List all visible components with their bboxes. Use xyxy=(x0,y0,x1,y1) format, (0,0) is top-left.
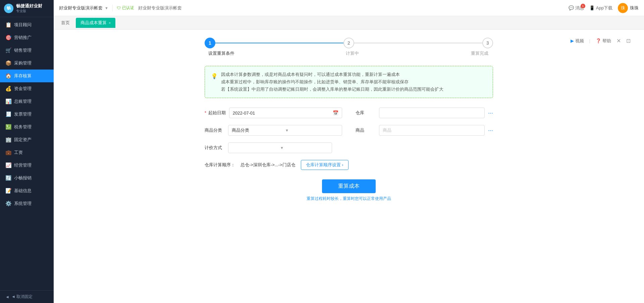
help-button[interactable]: ❓ 帮助 xyxy=(596,38,611,44)
sidebar-label-operation: 经营管理 xyxy=(14,162,32,168)
sidebar-item-operation[interactable]: 📈 经营管理 xyxy=(0,159,54,172)
sidebar-icon-accounting: 📊 xyxy=(5,98,11,104)
info-line-1: 因成本计算参数调整，或是对商品成本有疑问时，可以通过成本重算功能，重新计算一遍成… xyxy=(221,71,443,78)
recalc-btn-label: 重算成本 xyxy=(338,183,360,189)
sidebar-item-finance[interactable]: 💰 资金管理 xyxy=(0,82,54,95)
warehouse-order-btn-label: 仓库计算顺序设置 › xyxy=(306,162,343,168)
sidebar-icon-project: 📋 xyxy=(5,22,11,28)
tab-cost-recalc[interactable]: 商品成本重算 × xyxy=(76,18,115,28)
sidebar-icon-operation: 📈 xyxy=(5,162,11,168)
sidebar-icon-system: ⚙️ xyxy=(5,201,11,207)
sidebar-label-sales: 销售管理 xyxy=(14,47,32,53)
info-text: 因成本计算参数调整，或是对商品成本有疑问时，可以通过成本重算功能，重新计算一遍成… xyxy=(221,71,443,93)
sidebar-item-purchase[interactable]: 📦 采购管理 xyxy=(0,57,54,70)
sidebar-item-system[interactable]: ⚙️ 系统管理 xyxy=(0,197,54,210)
step-1: 1 xyxy=(205,38,215,48)
sidebar-label-salary: 工资 xyxy=(14,149,23,156)
sidebar-item-sales[interactable]: 🛒 销售管理 xyxy=(0,44,54,57)
sidebar-icon-finance: 💰 xyxy=(5,86,11,92)
sidebar-item-project[interactable]: 📋 项目顾问 xyxy=(0,18,54,31)
content-top-right: ▶ 视频 | ❓ 帮助 ✕ ⊡ xyxy=(571,38,631,44)
phone-icon: 📱 xyxy=(589,5,595,10)
avatar: 珠 xyxy=(618,3,628,13)
step-3-label: 重算完成 xyxy=(466,50,493,56)
sidebar-footer[interactable]: ◄ ◄ 取消固定 xyxy=(0,290,54,303)
tab-close-icon[interactable]: × xyxy=(109,21,111,25)
company-name: 好业财专业版演示帐套 xyxy=(138,5,182,11)
bulb-icon: 💡 xyxy=(211,72,218,93)
sidebar-icon-tax: 💹 xyxy=(5,124,11,130)
message-icon: 💬 xyxy=(569,5,574,10)
topbar: 好业财专业版演示帐套 ▼ 🛡 已认证 好业财专业版演示帐套 💬 消息 1 📱 A… xyxy=(54,0,644,16)
sidebar-item-marketing[interactable]: 🎯 营销推广 xyxy=(0,31,54,44)
step-1-circle: 1 xyxy=(205,38,215,48)
account-arrow-icon: ▼ xyxy=(105,6,108,10)
sidebar-label-purchase: 采购管理 xyxy=(14,60,32,66)
app-download-button[interactable]: 📱 App下载 xyxy=(589,5,612,11)
shield-icon: 🛡 xyxy=(117,6,121,10)
unpin-label: ◄ 取消固定 xyxy=(11,294,33,300)
tabbar: 首页 商品成本重算 × xyxy=(54,16,644,30)
warehouse-order-label: 仓库计算顺序： xyxy=(205,162,235,168)
product-more-icon[interactable]: ··· xyxy=(488,127,493,134)
sidebar-icon-purchase: 📦 xyxy=(5,60,11,66)
price-method-select[interactable]: ▼ xyxy=(228,142,332,153)
sidebar-icon-marketing: 🎯 xyxy=(5,35,11,41)
calendar-icon[interactable]: 📅 xyxy=(333,110,338,116)
steps-labels: 设置重算条件 计算中 重算完成 xyxy=(205,50,493,56)
play-icon: ▶ xyxy=(571,38,574,43)
pin-icon: ◄ xyxy=(5,295,9,299)
tab-home[interactable]: 首页 xyxy=(56,18,74,28)
sidebar-label-system: 系统管理 xyxy=(14,201,32,207)
sidebar-item-tax[interactable]: 💹 税务管理 xyxy=(0,121,54,133)
start-date-label: * 起始日期 xyxy=(205,110,226,116)
product-input[interactable]: 商品 xyxy=(379,125,485,136)
sidebar-label-assets: 固定资产 xyxy=(14,137,32,143)
username: 珠珠 xyxy=(630,5,639,11)
recalc-button[interactable]: 重算成本 xyxy=(322,179,376,193)
warehouse-order-settings-button[interactable]: 仓库计算顺序设置 › xyxy=(301,160,348,170)
sidebar-label-invoice: 发票管理 xyxy=(14,111,32,117)
content-area: ▶ 视频 | ❓ 帮助 ✕ ⊡ 1 2 xyxy=(54,30,644,303)
step-line-2 xyxy=(354,43,482,43)
start-date-input-wrapper[interactable]: 📅 xyxy=(229,107,342,118)
sidebar-item-accounting[interactable]: 📊 总账管理 xyxy=(0,95,54,108)
product-placeholder: 商品 xyxy=(383,127,391,133)
app-title: 畅捷通好业财 xyxy=(16,3,42,9)
steps-row: 1 2 3 xyxy=(205,38,493,48)
warehouse-input[interactable] xyxy=(379,107,485,118)
video-button[interactable]: ▶ 视频 xyxy=(571,38,584,44)
user-menu[interactable]: 珠 珠珠 xyxy=(618,3,639,13)
account-name: 好业财专业版演示帐套 xyxy=(59,5,103,11)
category-placeholder: 商品分类 xyxy=(232,127,285,133)
warehouse-more-icon[interactable]: ··· xyxy=(488,110,493,117)
sidebar-header: 畅 畅捷通好业财 专业版 xyxy=(0,0,54,17)
expand-window-button[interactable]: ⊡ xyxy=(626,38,631,44)
topbar-divider-1 xyxy=(112,5,113,11)
sidebar-item-invoice[interactable]: 🧾 发票管理 xyxy=(0,108,54,121)
tab-cost-recalc-label: 商品成本重算 xyxy=(80,20,107,26)
step-2: 2 xyxy=(343,38,354,48)
sidebar-item-expense[interactable]: 🔄 小畅报销 xyxy=(0,172,54,184)
warehouse-label: 仓库 xyxy=(356,110,376,116)
sidebar-nav: 📋 项目顾问 🎯 营销推广 🛒 销售管理 📦 采购管理 🏠 库存核算 💰 资金管… xyxy=(0,17,54,290)
sidebar-label-expense: 小畅报销 xyxy=(14,175,32,181)
sidebar-item-salary[interactable]: 💼 工资 xyxy=(0,146,54,159)
sidebar-item-basic[interactable]: 📝 基础信息 xyxy=(0,184,54,197)
start-date-input[interactable] xyxy=(233,111,333,116)
account-selector[interactable]: 好业财专业版演示帐套 ▼ xyxy=(59,5,108,11)
notification-button[interactable]: 💬 消息 1 xyxy=(569,5,584,11)
sidebar-label-finance: 资金管理 xyxy=(14,86,32,92)
close-window-button[interactable]: ✕ xyxy=(616,38,621,44)
category-field: 商品分类 商品分类 ▼ xyxy=(205,125,342,136)
topbar-right: 💬 消息 1 📱 App下载 珠 珠珠 xyxy=(569,3,639,13)
info-line-3: 若【系统设置】中启用了自动调整记账日期时，会调整入库单的整单记账日期，因此重新计… xyxy=(221,86,443,93)
app-subtitle: 专业版 xyxy=(16,9,42,13)
warehouse-order-value: 总仓->深圳仓库->...->门店仓 xyxy=(240,162,296,168)
product-label: 商品 xyxy=(356,127,376,133)
category-select[interactable]: 商品分类 ▼ xyxy=(228,125,342,136)
sidebar-item-inventory[interactable]: 🏠 库存核算 xyxy=(0,70,54,82)
tab-home-label: 首页 xyxy=(61,20,70,26)
info-box: 💡 因成本计算参数调整，或是对商品成本有疑问时，可以通过成本重算功能，重新计算一… xyxy=(205,66,493,98)
sidebar-item-assets[interactable]: 🏢 固定资产 xyxy=(0,133,54,146)
